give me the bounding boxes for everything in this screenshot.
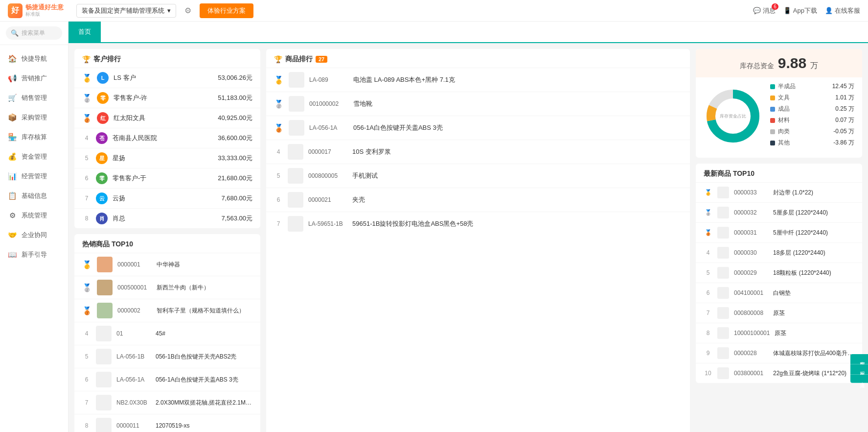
legend-label: 其他 — [778, 139, 830, 147]
product-name: 封边带 (1.0*22) — [773, 189, 854, 197]
product-image — [96, 418, 112, 432]
sidebar-item-operation[interactable]: 📊 经营管理 — [0, 167, 68, 186]
page-body: 🏆 客户排行 🥇 L LS 客户 53,006.26元 — [69, 43, 868, 432]
corp-icon: 🤝 — [8, 231, 17, 240]
settings-button[interactable]: ⚙ — [181, 4, 195, 18]
customer-name: 零售客户-于 — [113, 174, 213, 183]
sidebar-item-corp[interactable]: 🤝 企业协同 — [0, 225, 68, 245]
sidebar-item-finance[interactable]: 💰 资金管理 — [0, 147, 68, 167]
mid-panel: 🏆 商品排行 27 🥇 LA-089 电池盖 LA-089 ABS本色+黑种 7… — [266, 49, 690, 432]
product-name: 白钢垫 — [773, 289, 854, 297]
legend-label: 半成品 — [778, 82, 829, 91]
list-item: 5 LA-056-1B 056-1B白色按键开关壳ABS2壳 — [74, 345, 260, 368]
sidebar-label-base: 基础信息 — [22, 192, 47, 200]
table-row: 🥇 LA-089 电池盖 LA-089 ABS本色+黑种 7.1克 — [266, 68, 690, 92]
customer-value: 51,183.00元 — [218, 94, 252, 102]
product-image — [717, 247, 729, 259]
product-name: 原茎 — [775, 329, 854, 337]
product-name: 056-1A白色按键开关盖ABS 3壳 — [156, 376, 252, 384]
inventory-chart-area: 库存资金占比 半成品 12.45 万 — [696, 77, 862, 158]
product-image — [96, 326, 112, 341]
avatar: 零 — [96, 172, 108, 184]
sidebar-item-inventory[interactable]: 🏪 库存核算 — [0, 127, 68, 147]
sidebar-item-sales[interactable]: 🛒 销售管理 — [0, 88, 68, 108]
medal-gold-icon: 🥇 — [274, 75, 284, 85]
sidebar-item-marketing[interactable]: 📢 营销推广 — [0, 69, 68, 88]
table-row: 7 LA-59651-1B 59651-1B旋转投影灯电池盒ABS黑色+58壳 — [266, 212, 690, 236]
customer-value: 33,333.00元 — [218, 154, 252, 163]
donut-label: 库存资金占比 — [720, 113, 746, 120]
messages-button[interactable]: 💬 消息 6 — [753, 6, 776, 15]
legend-dot-stationery — [770, 96, 775, 100]
tab-home[interactable]: 首页 — [69, 22, 101, 42]
product-code: LA-056-1A — [309, 124, 348, 131]
base-icon: 📋 — [8, 192, 17, 200]
legend-value: -0.05 万 — [833, 127, 854, 136]
system-name: 装备及固定资产辅助管理系统 — [82, 6, 164, 15]
medal-gold-icon: 🥇 — [82, 73, 92, 83]
operation-icon: 📊 — [8, 172, 17, 181]
legend-label: 材料 — [778, 116, 832, 124]
list-item: 7 000800008 原茎 — [696, 303, 862, 323]
content-scroll[interactable]: 🏆 客户排行 🥇 L LS 客户 53,006.26元 — [69, 43, 868, 432]
rank-number: 7 — [274, 220, 283, 227]
sidebar-item-purchase[interactable]: 📦 采购管理 — [0, 108, 68, 127]
list-item: 4 0000030 18多层 (1220*2440) — [696, 242, 862, 263]
customer-ranking-list: 🥇 L LS 客户 53,006.26元 🥈 零 零售客户-许 51,183.0… — [74, 68, 260, 228]
rank-number: 7 — [82, 195, 91, 202]
product-code: LA-089 — [309, 76, 348, 83]
table-row: 🥉 LA-056-1A 056-1A白色按键开关盖ABS 3壳 — [266, 116, 690, 140]
float-btn-community[interactable]: 服务社区 — [850, 364, 868, 375]
sidebar-label-home: 快捷导航 — [22, 54, 47, 63]
rank-number: 5 — [704, 269, 712, 276]
product-image — [97, 280, 113, 295]
list-item: 5 0000029 18颗粒板 (1220*2440) — [696, 263, 862, 283]
left-panel: 🏆 客户排行 🥇 L LS 客户 53,006.26元 — [74, 49, 260, 432]
sidebar: 🔍 搜索菜单 🏠 快捷导航 📢 营销推广 🛒 销售管理 📦 采购管理 — [0, 22, 69, 432]
newest-products-card: 最新商品 TOP10 🥇 0000033 封边带 (1.0*22) — [696, 164, 862, 383]
product-code: 10000100001 — [734, 330, 770, 336]
legend-value: 12.45 万 — [832, 82, 854, 91]
product-name: 056-1B白色按键开关壳ABS2壳 — [156, 353, 252, 361]
product-code: 0000011 — [116, 422, 151, 429]
float-btn-live[interactable]: 直播 — [850, 375, 868, 383]
product-ranking-card: 🏆 商品排行 27 🥇 LA-089 电池盖 LA-089 ABS本色+黑种 7… — [266, 49, 690, 432]
search-bar[interactable]: 🔍 搜索菜单 — [6, 26, 62, 40]
product-name: 45# — [156, 330, 252, 337]
app-download-button[interactable]: 📱 App下载 — [783, 6, 817, 15]
product-code: 0000031 — [734, 229, 768, 236]
sidebar-item-base[interactable]: 📋 基础信息 — [0, 186, 68, 206]
trophy-icon: 🏆 — [274, 55, 282, 63]
list-item: 8 0000011 12070519-xs — [74, 414, 260, 432]
sidebar-search-area[interactable]: 🔍 搜索菜单 — [0, 22, 68, 45]
legend-label: 文具 — [778, 94, 832, 102]
product-image — [96, 349, 112, 364]
customer-name: 星扬 — [113, 154, 213, 163]
product-code: 001000002 — [309, 100, 348, 107]
finance-icon: 💰 — [8, 152, 17, 161]
legend-item: 材料 0.07 万 — [770, 116, 854, 124]
product-code: 0000028 — [734, 350, 768, 357]
product-image — [288, 168, 303, 184]
inventory-title: 库存总资金 — [740, 62, 774, 70]
product-code: 003800001 — [734, 370, 768, 377]
sidebar-item-home[interactable]: 🏠 快捷导航 — [0, 49, 68, 69]
rank-number: 4 — [704, 249, 712, 256]
sidebar-item-system[interactable]: ⚙ 系统管理 — [0, 206, 68, 225]
newest-products-title: 最新商品 TOP10 — [704, 169, 754, 178]
float-btn-service[interactable]: 客服热线 — [850, 354, 868, 364]
sidebar-item-guide[interactable]: 📖 新手引导 — [0, 245, 68, 264]
list-item: 8 10000100001 原茎 — [696, 323, 862, 343]
inventory-icon: 🏪 — [8, 133, 17, 142]
system-selector[interactable]: 装备及固定资产辅助管理系统 ▾ — [76, 4, 176, 18]
table-row: 6 0000021 夹壳 — [266, 188, 690, 212]
legend-label: 成品 — [778, 105, 832, 113]
trial-button[interactable]: 体验行业方案 — [200, 3, 253, 18]
online-service-button[interactable]: 👤 在线客服 — [825, 6, 860, 15]
rank-number: 7 — [704, 310, 712, 316]
search-icon: 🔍 — [11, 29, 19, 37]
list-item: 7 NB2.0X30B 2.0X30MM双搓花轴,搓花直径2.1MM/ROHS — [74, 391, 260, 414]
sidebar-label-marketing: 营销推广 — [22, 74, 47, 83]
product-image — [96, 395, 112, 410]
product-image — [717, 287, 729, 299]
